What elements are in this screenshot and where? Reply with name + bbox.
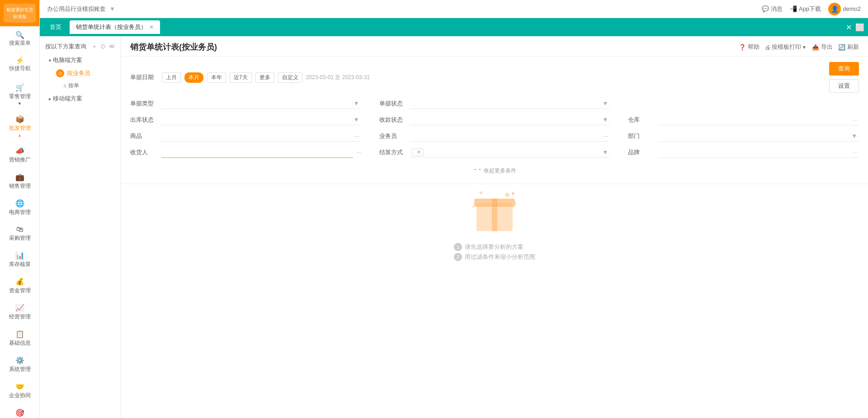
step-2-num: 2: [454, 253, 462, 261]
app-download-label: App下载: [799, 5, 821, 13]
receipt-status-dropdown-icon: ▼: [602, 116, 608, 123]
doc-status-select[interactable]: ▼: [410, 98, 610, 109]
sidebar-item-marketing[interactable]: 📣 营销推广: [0, 142, 39, 168]
tree-group-mobile-label: 移动端方案: [53, 95, 82, 103]
payment-dropdown-icon[interactable]: ▼: [602, 149, 608, 156]
tree-group-desktop[interactable]: ▾ 电脑端方案: [40, 53, 121, 67]
help-btn[interactable]: ❓ 帮助: [739, 43, 760, 51]
svg-point-3: [505, 193, 509, 197]
payment-tag-close-btn[interactable]: ✕: [417, 149, 421, 155]
tabbar-expand: ✕ ⬜: [846, 23, 864, 32]
last-7-days-btn[interactable]: 近7天: [230, 72, 252, 83]
print-icon: 🖨: [765, 44, 771, 51]
sidebar-item-basic[interactable]: 📋 基础信息: [0, 325, 39, 352]
sidebar-search-menu[interactable]: 🔍 搜索菜单: [9, 26, 31, 50]
sidebar-item-wholesale[interactable]: 📦 批发管理 ▲: [0, 110, 39, 142]
brand-label: 品牌: [628, 148, 655, 157]
last-month-btn[interactable]: 上月: [162, 72, 181, 83]
ecommerce-icon: 🌐: [15, 199, 24, 208]
custom-btn[interactable]: 自定义: [278, 72, 302, 83]
sidebar-item-ecommerce[interactable]: 🌐 电商管理: [0, 195, 39, 221]
refresh-btn[interactable]: 🔄 刷新: [838, 43, 859, 51]
topbar-dropdown-icon[interactable]: ▼: [109, 5, 115, 12]
consignee-label: 收货人: [130, 148, 157, 157]
print-btn[interactable]: 🖨 按模板打印 ▼: [765, 43, 807, 51]
filter-brand: 品牌 ···: [628, 147, 859, 158]
topbar-right: 💬 消息 📲 App下载 👤 demo2: [762, 3, 861, 15]
tree-grandchild-order-label: 按单: [68, 82, 79, 90]
add-scheme-icon[interactable]: ＋: [91, 43, 98, 51]
filter-payment-method: 结算方式 ✕ ▼: [379, 147, 610, 157]
sidebar-item-system[interactable]: ⚙️ 系统管理: [0, 352, 39, 378]
message-btn[interactable]: 💬 消息: [762, 5, 783, 13]
receipt-status-select[interactable]: ▼: [410, 114, 610, 125]
warehouse-dots-btn[interactable]: ···: [853, 117, 857, 123]
app-logo[interactable]: 畅捷通好生意 标准版: [0, 0, 39, 26]
svg-rect-5: [513, 202, 516, 205]
step-1-text: 请先选择要分析的方案: [465, 243, 524, 251]
sidebar-item-enterprise[interactable]: 🤝 企业协同: [0, 378, 39, 404]
filter-department: 部门 ▼: [628, 131, 859, 142]
consignee-dots-btn[interactable]: ···: [357, 149, 361, 156]
tree-group-mobile[interactable]: ▸ 移动端方案: [40, 92, 121, 105]
salesperson-dots-btn[interactable]: ···: [604, 133, 608, 139]
maximize-icon[interactable]: ⬜: [855, 23, 864, 32]
operations-icon: 📈: [15, 304, 24, 312]
main-area: 办公用品行业模拟账套 ▼ 💬 消息 📲 App下载 👤 demo2 首页: [40, 0, 868, 418]
this-year-btn[interactable]: 本年: [207, 72, 226, 83]
this-month-btn[interactable]: 本月: [184, 72, 203, 83]
close-window-icon[interactable]: ✕: [846, 23, 852, 32]
user-profile[interactable]: 👤 demo2: [828, 3, 861, 15]
tab-close-icon[interactable]: ✕: [149, 24, 154, 30]
sidebar-item-retail[interactable]: 🛒 零售管理 ▼: [0, 79, 39, 110]
date-buttons: 上月 本月 本年 近7天 更多 自定义 2023-03-01 至 2023-03…: [162, 72, 370, 83]
tree-group-desktop-label: 电脑端方案: [53, 56, 82, 64]
sidebar-item-finance[interactable]: 💰 资金管理: [0, 273, 39, 299]
settings-btn[interactable]: 设置: [829, 79, 859, 93]
empty-step-1: 1 请先选择要分析的方案: [454, 243, 535, 251]
filter-doc-status: 单据状态 ▼: [379, 98, 610, 109]
empty-state-icon: ✦ ✦: [467, 186, 522, 236]
help-icon: ❓: [739, 44, 746, 51]
sidebar-item-sales[interactable]: 💼 销售管理: [0, 168, 39, 195]
brand-dots-btn[interactable]: ···: [853, 149, 857, 156]
empty-state: ✦ ✦ 1 请先选择要分析的方案 2 用过滤条件来缩小分析范围: [121, 186, 868, 263]
left-panel: 按以下方案查询 ＋ ⊙ ≪ ▾ 电脑端方案 ⊙ 按业务员 ≡ 按单: [40, 36, 121, 418]
filter-warehouse: 仓库 ···: [628, 115, 859, 125]
collapse-arrow-icon: ▾: [49, 58, 51, 63]
avatar: 👤: [828, 3, 841, 15]
sidebar-item-newuser[interactable]: 🎯 新手引导: [0, 404, 39, 418]
tabbar: 首页 销货单统计表（按业务员） ✕ ✕ ⬜: [40, 18, 868, 36]
print-label: 按模板打印: [772, 43, 801, 51]
query-btn[interactable]: 查询: [829, 62, 859, 76]
sidebar-item-operations[interactable]: 📈 经营管理: [0, 299, 39, 325]
app-download-btn[interactable]: 📲 App下载: [790, 5, 821, 13]
warehouse-label: 仓库: [628, 116, 655, 124]
sidebar-item-purchase[interactable]: 🛍 采购管理: [0, 221, 39, 247]
collapse-up-icon: ⌃⌃: [473, 168, 482, 174]
print-dropdown-icon[interactable]: ▼: [802, 45, 807, 50]
consignee-input[interactable]: [161, 147, 353, 158]
sidebar-item-inventory[interactable]: 📊 库存核算: [0, 247, 39, 273]
edit-scheme-icon[interactable]: ⊙: [100, 43, 106, 51]
export-icon: 📤: [812, 44, 819, 51]
user-name: demo2: [843, 5, 861, 12]
doc-type-select[interactable]: ▼: [161, 98, 361, 109]
export-btn[interactable]: 📤 导出: [812, 43, 833, 51]
collapse-panel-icon[interactable]: ≪: [108, 43, 115, 51]
tab-sales-stat[interactable]: 销货单统计表（按业务员） ✕: [70, 20, 160, 34]
more-btn[interactable]: 更多: [255, 72, 274, 83]
tree-grandchild-by-order[interactable]: ≡ 按单: [40, 80, 121, 92]
collapse-more-conditions-btn[interactable]: ⌃⌃ 收起更多条件: [130, 163, 859, 178]
sidebar-quick-nav[interactable]: ⚡ 快捷导航: [9, 53, 31, 75]
payment-method-label: 结算方式: [379, 148, 406, 157]
filter-out-status: 出库状态 ▼: [130, 114, 361, 125]
basic-icon: 📋: [15, 330, 24, 338]
step-2-text: 用过滤条件来缩小分析范围: [465, 253, 535, 261]
goods-dots-btn[interactable]: ···: [355, 133, 359, 139]
department-select[interactable]: ▼: [659, 131, 859, 142]
tab-home[interactable]: 首页: [43, 20, 68, 34]
out-status-select[interactable]: ▼: [161, 114, 361, 125]
tree-child-by-salesperson[interactable]: ⊙ 按业务员: [40, 67, 121, 80]
panel-icons: ＋ ⊙ ≪: [91, 43, 115, 51]
